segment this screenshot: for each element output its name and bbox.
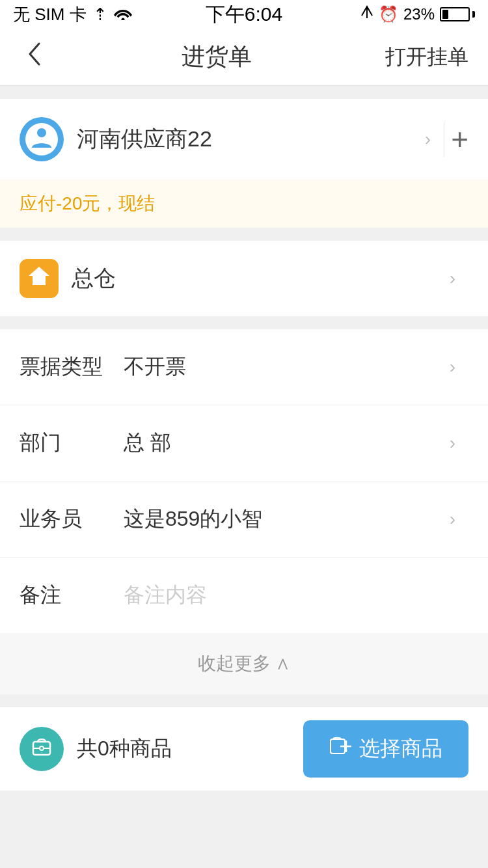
- product-count: 共0种商品: [77, 735, 303, 763]
- invoice-type-row[interactable]: 票据类型 不开票 ›: [0, 329, 488, 405]
- bottom-bar: 共0种商品 选择商品: [0, 707, 488, 791]
- salesperson-chevron: ›: [450, 509, 455, 530]
- wifi-icon: ⇡: [93, 5, 107, 25]
- nav-bar: 进货单 打开挂单: [0, 29, 488, 86]
- salesperson-row[interactable]: 业务员 这是859的小智 ›: [0, 481, 488, 557]
- remarks-label: 备注: [20, 581, 124, 610]
- battery-icon: [440, 7, 475, 21]
- salesperson-label: 业务员: [20, 505, 124, 534]
- alarm-icon: ⏰: [379, 5, 398, 23]
- wifi-signal-icon: [114, 5, 132, 25]
- page-title: 进货单: [182, 41, 252, 73]
- warehouse-house-icon: [27, 264, 51, 293]
- section-gap-4: [0, 694, 488, 707]
- svg-point-2: [37, 128, 46, 137]
- person-icon: [29, 124, 54, 155]
- select-product-button[interactable]: 选择商品: [303, 720, 468, 778]
- product-icon-wrap: [20, 727, 64, 771]
- remarks-row[interactable]: 备注 备注内容: [0, 557, 488, 633]
- supplier-row[interactable]: 河南供应商22 › +: [0, 99, 488, 180]
- add-supplier-icon[interactable]: +: [444, 122, 468, 157]
- section-gap-1: [0, 86, 488, 99]
- location-icon: [360, 5, 373, 23]
- invoice-type-value: 不开票: [124, 353, 450, 381]
- department-chevron: ›: [450, 433, 455, 454]
- status-time: 下午6:04: [206, 1, 282, 28]
- select-btn-label: 选择商品: [359, 735, 442, 763]
- remarks-input[interactable]: 备注内容: [124, 581, 468, 610]
- svg-point-0: [121, 18, 124, 20]
- open-hang-button[interactable]: 打开挂单: [385, 43, 468, 72]
- status-right: ⏰ 23%: [360, 5, 475, 23]
- collapse-row[interactable]: 收起更多 ∧: [0, 633, 488, 694]
- status-bar: 无 SIM 卡 ⇡ 下午6:04 ⏰ 23%: [0, 0, 488, 29]
- warehouse-name: 总仓: [72, 264, 450, 293]
- warehouse-icon-wrap: [20, 259, 59, 298]
- warehouse-row[interactable]: 总仓 ›: [0, 241, 488, 316]
- section-gap-3: [0, 316, 488, 329]
- supplier-section: 河南供应商22 › + 应付-20元，现结: [0, 99, 488, 228]
- form-section: 票据类型 不开票 › 部门 总 部 › 业务员 这是859的小智 › 备注 备注…: [0, 329, 488, 633]
- section-gap-2: [0, 228, 488, 241]
- warehouse-chevron-icon: ›: [450, 268, 455, 289]
- collapse-label: 收起更多 ∧: [198, 651, 291, 676]
- supplier-avatar: [20, 117, 64, 161]
- salesperson-value: 这是859的小智: [124, 505, 450, 534]
- svg-point-6: [40, 746, 44, 750]
- battery-percent: 23%: [403, 5, 435, 23]
- status-left: 无 SIM 卡 ⇡: [13, 3, 132, 26]
- select-btn-icon: [329, 735, 351, 763]
- invoice-type-chevron: ›: [450, 357, 455, 377]
- back-button[interactable]: [20, 34, 48, 79]
- product-bag-icon: [29, 734, 54, 765]
- department-row[interactable]: 部门 总 部 ›: [0, 405, 488, 481]
- supplier-name: 河南供应商22: [77, 124, 425, 154]
- supplier-chevron-icon: ›: [425, 129, 431, 150]
- notice-bar: 应付-20元，现结: [0, 180, 488, 228]
- page-background: [0, 791, 488, 868]
- invoice-type-label: 票据类型: [20, 353, 124, 381]
- department-value: 总 部: [124, 429, 450, 457]
- carrier-text: 无 SIM 卡: [13, 3, 87, 26]
- department-label: 部门: [20, 429, 124, 457]
- svg-marker-3: [29, 267, 49, 285]
